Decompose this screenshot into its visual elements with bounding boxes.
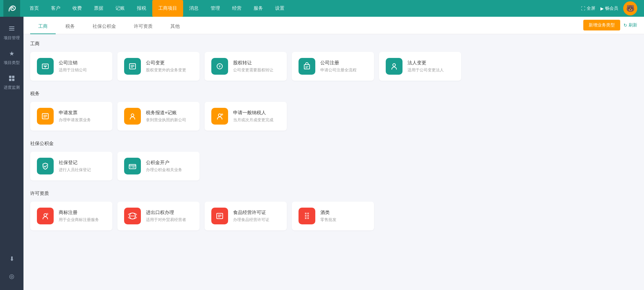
sidebar-bottom: ⬇ ◎ [5, 250, 18, 290]
mascot-avatar[interactable]: 🐻 [623, 1, 637, 15]
company-register-icon [299, 58, 315, 75]
svg-rect-29 [305, 217, 307, 219]
nav-business[interactable]: 工商项目 [152, 0, 183, 17]
tab-other[interactable]: 其他 [162, 19, 188, 34]
scroll-content[interactable]: 工商 公司注销 适用于注销公司 [23, 34, 644, 290]
card-content-food-license: 食品经营许可证 办理食品经营许可证 [233, 210, 269, 223]
svg-rect-30 [307, 217, 309, 219]
card-content-company-register: 公司注册 申请公司注册全流程 [320, 60, 357, 73]
svg-text:+: + [222, 114, 223, 116]
section-title-tax: 税务 [30, 91, 637, 97]
main-layout: 项目管理 ★ 项目类型 进度监测 ⬇ ◎ [0, 17, 644, 290]
sidebar-download[interactable]: ⬇ [5, 250, 18, 268]
download-icon: ⬇ [7, 254, 16, 264]
card-desc: 进行人员社保登记 [59, 167, 91, 173]
svg-rect-2 [9, 30, 14, 30]
card-food-license[interactable]: 食品经营许可证 办理食品经营许可证 [205, 202, 287, 230]
nav-settings[interactable]: 设置 [269, 0, 290, 17]
card-desc: 办理申请发票业务 [59, 117, 91, 123]
nav-fee[interactable]: 收费 [66, 0, 88, 17]
section-business: 工商 公司注销 适用于注销公司 [30, 41, 637, 81]
svg-rect-1 [9, 28, 14, 29]
fullscreen-icon: ⛶ [581, 6, 585, 11]
card-provident-fund[interactable]: 公积金开户 办理公积金相关业务 [117, 152, 200, 180]
card-desc: 适用于对外贸易经营者 [146, 217, 186, 223]
svg-rect-3 [9, 76, 11, 78]
nav-right-actions: ⛶ 全屏 ▶ 畅会员 🐻 [581, 1, 637, 15]
nav-client[interactable]: 客户 [45, 0, 66, 17]
card-company-register[interactable]: 公司注册 申请公司注册全流程 [292, 52, 374, 81]
card-desc: 适用于公司变更法人 [408, 67, 444, 73]
card-desc: 当月或次月成变更完成 [233, 117, 273, 123]
equity-transfer-icon: ¥ [211, 58, 228, 75]
content-area: 工商 税务 社保公积金 许可资质 其他 新增业务类型 ↻ 刷新 工商 [23, 17, 644, 290]
card-alcohol[interactable]: 酒类 零售批发 [292, 202, 374, 230]
svg-point-12 [393, 64, 395, 66]
card-content-import-export: 进出口权办理 适用于对外贸易经营者 [146, 210, 186, 223]
card-desc: 申请公司注册全流程 [320, 67, 357, 73]
nav-accounting[interactable]: 记账 [109, 0, 131, 17]
cards-grid-business: 公司注销 适用于注销公司 公司变更 股权 [30, 52, 637, 81]
tab-license[interactable]: 许可资质 [126, 19, 161, 34]
logo[interactable] [3, 0, 20, 17]
company-change-icon [124, 58, 141, 75]
play-icon: ▶ [600, 6, 604, 11]
card-general-taxpayer[interactable]: + 申请一般纳税人 当月或次月成变更完成 [205, 102, 287, 131]
card-tax-report[interactable]: 税务报道+记账 拿到营业执照的新公司 [117, 102, 200, 131]
section-title-business: 工商 [30, 41, 637, 47]
card-desc: 股权变更外的业务变更 [146, 67, 186, 73]
card-title: 公司注销 [59, 60, 87, 66]
tab-bar: 工商 税务 社保公积金 许可资质 其他 新增业务类型 ↻ 刷新 [23, 17, 644, 34]
card-title: 公司注册 [320, 60, 357, 66]
section-title-license: 许可资质 [30, 191, 637, 197]
tab-actions: 新增业务类型 ↻ 刷新 [583, 20, 637, 34]
card-company-cancel[interactable]: 公司注销 适用于注销公司 [30, 52, 112, 81]
nav-menu: 首页 客户 收费 票据 记账 报税 工商项目 消息 管理 经营 服务 设置 [23, 0, 581, 17]
food-license-icon [211, 208, 228, 224]
card-desc: 拿到营业执照的新公司 [146, 117, 186, 123]
card-social-insurance[interactable]: 社保登记 进行人员社保登记 [30, 152, 112, 180]
nav-message[interactable]: 消息 [183, 0, 205, 17]
card-title: 申请一般纳税人 [233, 110, 273, 116]
nav-tax[interactable]: 报税 [131, 0, 152, 17]
sidebar-item-project-manage[interactable]: 项目管理 [0, 20, 23, 45]
nav-home[interactable]: 首页 [23, 0, 45, 17]
card-content-invoice: 申请发票 办理申请发票业务 [59, 110, 91, 123]
new-type-button[interactable]: 新增业务类型 [583, 20, 620, 30]
card-content-provident-fund: 公积金开户 办理公积金相关业务 [146, 160, 182, 173]
location-icon: ◎ [7, 272, 16, 281]
trademark-icon [37, 208, 54, 224]
nav-manage[interactable]: 管理 [205, 0, 226, 17]
nav-operation[interactable]: 经营 [226, 0, 248, 17]
tab-tax[interactable]: 税务 [57, 19, 83, 34]
card-invoice[interactable]: 申请发票 办理申请发票业务 [30, 102, 112, 131]
card-equity-transfer[interactable]: ¥ 股权转让 公司变更需要股权转让 [205, 52, 287, 81]
sidebar-item-project-type[interactable]: ★ 项目类型 [0, 45, 23, 70]
cards-grid-tax: 申请发票 办理申请发票业务 税务报道+记账 [30, 102, 637, 131]
card-company-change[interactable]: 公司变更 股权变更外的业务变更 [117, 52, 200, 81]
tax-report-icon [124, 108, 141, 125]
sidebar: 项目管理 ★ 项目类型 进度监测 ⬇ ◎ [0, 17, 23, 290]
card-content-company-change: 公司变更 股权变更外的业务变更 [146, 60, 186, 73]
card-title: 股权转让 [233, 60, 273, 66]
cards-grid-social: 社保登记 进行人员社保登记 [30, 152, 637, 180]
card-title: 进出口权办理 [146, 210, 186, 216]
card-content-company-cancel: 公司注销 适用于注销公司 [59, 60, 87, 73]
fullscreen-button[interactable]: ⛶ 全屏 [581, 5, 595, 11]
nav-bill[interactable]: 票据 [88, 0, 109, 17]
card-import-export[interactable]: 进出口权办理 适用于对外贸易经营者 [117, 202, 200, 230]
card-title: 公司变更 [146, 60, 186, 66]
refresh-icon: ↻ [624, 23, 627, 28]
svg-point-14 [131, 114, 134, 117]
sidebar-item-progress[interactable]: 进度监测 [0, 70, 23, 94]
card-content-alcohol: 酒类 零售批发 [320, 210, 336, 223]
card-trademark[interactable]: 商标注册 用于企业商标注册服务 [30, 202, 112, 230]
card-legal-change[interactable]: 法人变更 适用于公司变更法人 [379, 52, 461, 81]
tab-business[interactable]: 工商 [30, 19, 56, 34]
tab-social-insurance[interactable]: 社保公积金 [85, 19, 124, 34]
sidebar-location[interactable]: ◎ [5, 268, 18, 285]
vip-button[interactable]: ▶ 畅会员 [600, 5, 618, 11]
nav-service[interactable]: 服务 [248, 0, 269, 17]
refresh-button[interactable]: ↻ 刷新 [624, 22, 637, 28]
svg-rect-20 [132, 167, 135, 168]
